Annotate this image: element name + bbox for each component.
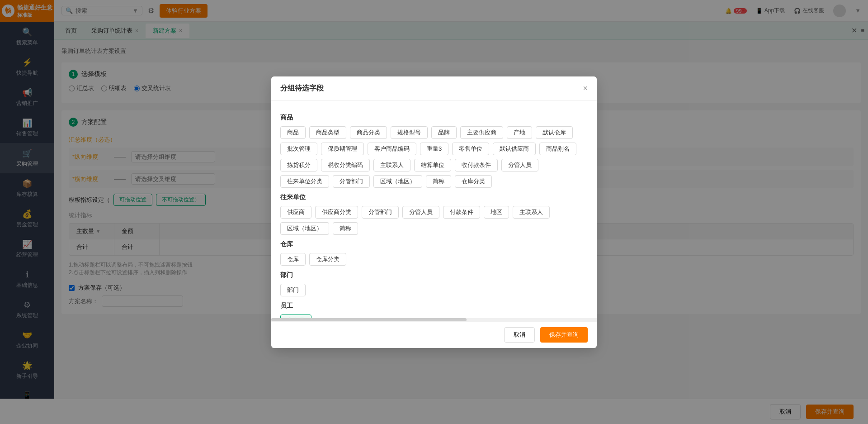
field-tag[interactable]: 部门 <box>280 284 306 296</box>
modal-close-button[interactable]: × <box>583 84 588 92</box>
field-tag[interactable]: 商品类型 <box>309 126 346 139</box>
scrollbar-thumb <box>271 318 467 321</box>
field-tag[interactable]: 往来单位分类 <box>280 175 329 188</box>
field-tag[interactable]: 拣货积分 <box>280 159 317 172</box>
modal-confirm-btn[interactable]: 保存并查询 <box>540 327 588 343</box>
modal-overlay: 分组待选字段 × 商品商品商品类型商品分类规格型号品牌主要供应商产地默认仓库批次… <box>0 0 868 424</box>
field-tag[interactable]: 商品 <box>280 126 306 139</box>
section-title-warehouse: 仓库 <box>280 240 588 248</box>
field-tag[interactable]: 仓库分类 <box>309 253 346 266</box>
field-tag[interactable]: 默认供应商 <box>493 143 536 155</box>
field-tags-goods: 商品商品类型商品分类规格型号品牌主要供应商产地默认仓库批次管理保质期管理客户商品… <box>280 126 588 188</box>
field-tag[interactable]: 品牌 <box>431 126 457 139</box>
field-tag[interactable]: 地区 <box>484 206 509 219</box>
field-tag[interactable]: 简称 <box>333 222 358 235</box>
field-tag[interactable]: 业务员 <box>280 314 311 319</box>
field-tag[interactable]: 简称 <box>426 175 451 188</box>
field-tag[interactable]: 商品别名 <box>539 143 576 155</box>
modal-cancel-btn[interactable]: 取消 <box>504 327 535 343</box>
field-tag[interactable]: 分管人员 <box>402 206 439 219</box>
field-tag[interactable]: 收付款条件 <box>455 159 498 172</box>
field-tag[interactable]: 分管部门 <box>333 175 370 188</box>
field-tags-staff: 业务员 <box>280 314 588 319</box>
field-tags-partner: 供应商供应商分类分管部门分管人员付款条件地区主联系人区域（地区）简称 <box>280 206 588 235</box>
field-tag[interactable]: 批次管理 <box>280 143 317 155</box>
field-tag[interactable]: 分管部门 <box>362 206 399 219</box>
section-title-department: 部门 <box>280 271 588 279</box>
horizontal-scrollbar[interactable] <box>271 318 597 321</box>
modal-body: 商品商品商品类型商品分类规格型号品牌主要供应商产地默认仓库批次管理保质期管理客户… <box>271 101 597 319</box>
field-tag[interactable]: 仓库分类 <box>455 175 492 188</box>
field-tag[interactable]: 保质期管理 <box>321 143 364 155</box>
field-tag[interactable]: 产地 <box>507 126 532 139</box>
field-tag[interactable]: 付款条件 <box>443 206 480 219</box>
field-tag[interactable]: 仓库 <box>280 253 306 266</box>
field-tag[interactable]: 主要供应商 <box>460 126 503 139</box>
field-tag[interactable]: 主联系人 <box>513 206 550 219</box>
field-tag[interactable]: 供应商 <box>280 206 311 219</box>
modal-footer: 取消 保存并查询 <box>271 321 597 348</box>
field-tag[interactable]: 重量3 <box>420 143 448 155</box>
section-title-partner: 往来单位 <box>280 193 588 201</box>
field-tag[interactable]: 零售单位 <box>452 143 489 155</box>
field-tag[interactable]: 客户商品编码 <box>368 143 416 155</box>
modal-title: 分组待选字段 <box>280 84 324 93</box>
section-title-goods: 商品 <box>280 114 588 122</box>
field-tag[interactable]: 区域（地区） <box>373 175 422 188</box>
field-tag[interactable]: 结算单位 <box>414 159 451 172</box>
field-tag[interactable]: 商品分类 <box>350 126 387 139</box>
modal: 分组待选字段 × 商品商品商品类型商品分类规格型号品牌主要供应商产地默认仓库批次… <box>271 76 597 348</box>
field-tag[interactable]: 规格型号 <box>391 126 428 139</box>
section-title-staff: 员工 <box>280 302 588 310</box>
field-tag[interactable]: 供应商分类 <box>315 206 358 219</box>
field-tag[interactable]: 税收分类编码 <box>321 159 370 172</box>
modal-header: 分组待选字段 × <box>271 76 597 101</box>
field-tags-warehouse: 仓库仓库分类 <box>280 253 588 266</box>
field-tag[interactable]: 分管人员 <box>501 159 538 172</box>
field-tags-department: 部门 <box>280 284 588 296</box>
field-tag[interactable]: 主联系人 <box>373 159 410 172</box>
field-tag[interactable]: 区域（地区） <box>280 222 329 235</box>
field-tag[interactable]: 默认仓库 <box>536 126 573 139</box>
